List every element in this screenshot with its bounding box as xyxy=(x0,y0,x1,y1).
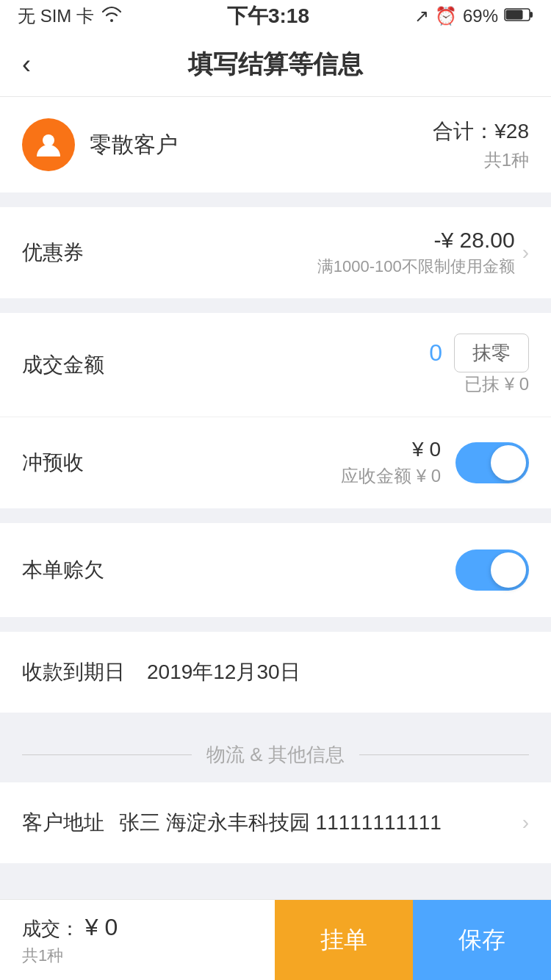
save-button[interactable]: 保存 xyxy=(413,900,551,981)
due-date-label: 收款到期日 xyxy=(22,658,125,686)
transaction-row: 成交金额 0 抹零 已抹 ¥ 0 xyxy=(0,313,551,417)
coupon-chevron-icon: › xyxy=(522,241,529,264)
debt-toggle[interactable] xyxy=(455,550,529,591)
address-row[interactable]: 客户地址 张三 海淀永丰科技园 11111111111 › xyxy=(0,782,551,863)
prepay-amounts: ¥ 0 应收金额 ¥ 0 xyxy=(341,438,441,488)
hang-button[interactable]: 挂单 xyxy=(275,900,413,981)
alarm-icon: ⏰ xyxy=(435,6,457,26)
customer-info: 零散客户 xyxy=(22,118,178,171)
address-chevron-icon: › xyxy=(522,811,529,835)
coupon-row[interactable]: 优惠券 -¥ 28.00 满1000-100不限制使用金额 › xyxy=(0,207,551,298)
bottom-deal-label: 成交： xyxy=(22,918,79,940)
status-time: 下午3:18 xyxy=(227,2,309,30)
svg-point-3 xyxy=(43,134,54,146)
total-amount: 合计：¥28 xyxy=(433,118,529,145)
address-value: 张三 海淀永丰科技园 11111111111 xyxy=(119,809,522,837)
customer-row: 零散客户 合计：¥28 共1种 xyxy=(0,97,551,192)
wifi-icon xyxy=(101,6,122,26)
svg-rect-1 xyxy=(530,12,533,18)
svg-rect-2 xyxy=(505,10,522,20)
coupon-label: 优惠券 xyxy=(22,239,84,267)
address-label: 客户地址 xyxy=(22,809,104,837)
amount-deducted: 已抹 ¥ 0 xyxy=(429,372,529,396)
prepay-amount: ¥ 0 xyxy=(341,438,441,461)
round-button[interactable]: 抹零 xyxy=(454,334,529,372)
prepay-row: 冲预收 ¥ 0 应收金额 ¥ 0 xyxy=(0,417,551,508)
customer-total: 合计：¥28 共1种 xyxy=(433,118,529,172)
battery-text: 69% xyxy=(463,6,498,26)
status-right: ↗ ⏰ 69% xyxy=(414,6,533,26)
transaction-value: 0 xyxy=(429,339,442,367)
bottom-deal-row: 成交： ¥ 0 xyxy=(22,914,253,942)
avatar xyxy=(22,118,75,171)
battery-icon xyxy=(504,6,533,26)
total-count: 共1种 xyxy=(433,148,529,172)
status-bar: 无 SIM 卡 下午3:18 ↗ ⏰ 69% xyxy=(0,0,551,32)
debt-toggle-knob xyxy=(491,552,526,588)
divider-line-right xyxy=(359,754,529,755)
bottom-bar: 成交： ¥ 0 共1种 挂单 保存 xyxy=(0,899,551,980)
toggle-knob xyxy=(491,445,526,480)
customer-name: 零散客户 xyxy=(90,130,178,160)
debt-label: 本单赊欠 xyxy=(22,556,104,584)
due-date-value: 2019年12月30日 xyxy=(147,658,300,686)
location-icon: ↗ xyxy=(414,6,429,26)
bottom-deal-amount: ¥ 0 xyxy=(85,914,118,940)
logistics-label: 物流 & 其他信息 xyxy=(206,742,345,768)
prepay-receivable: 应收金额 ¥ 0 xyxy=(341,464,441,488)
prepay-toggle[interactable] xyxy=(455,442,529,483)
divider-line-left xyxy=(22,754,192,755)
coupon-right: -¥ 28.00 满1000-100不限制使用金额 › xyxy=(317,228,529,278)
logistics-divider: 物流 & 其他信息 xyxy=(0,727,551,782)
page-title: 填写结算等信息 xyxy=(188,48,363,82)
coupon-discount: -¥ 28.00 xyxy=(317,228,515,253)
transaction-label: 成交金额 xyxy=(22,351,104,379)
debt-row: 本单赊欠 xyxy=(0,523,551,617)
back-button[interactable]: ‹ xyxy=(22,49,66,80)
prepay-label: 冲预收 xyxy=(22,449,84,477)
due-date-row: 收款到期日 2019年12月30日 xyxy=(0,632,551,713)
nav-bar: ‹ 填写结算等信息 xyxy=(0,32,551,97)
status-left: 无 SIM 卡 xyxy=(18,4,122,28)
bottom-info: 成交： ¥ 0 共1种 xyxy=(0,914,275,967)
transaction-group: 成交金额 0 抹零 已抹 ¥ 0 冲预收 ¥ 0 应收金额 ¥ 0 xyxy=(0,313,551,508)
coupon-description: 满1000-100不限制使用金额 xyxy=(317,256,515,278)
bottom-count: 共1种 xyxy=(22,945,253,967)
transaction-value-row: 0 抹零 xyxy=(429,334,529,372)
sim-text: 无 SIM 卡 xyxy=(18,4,94,28)
